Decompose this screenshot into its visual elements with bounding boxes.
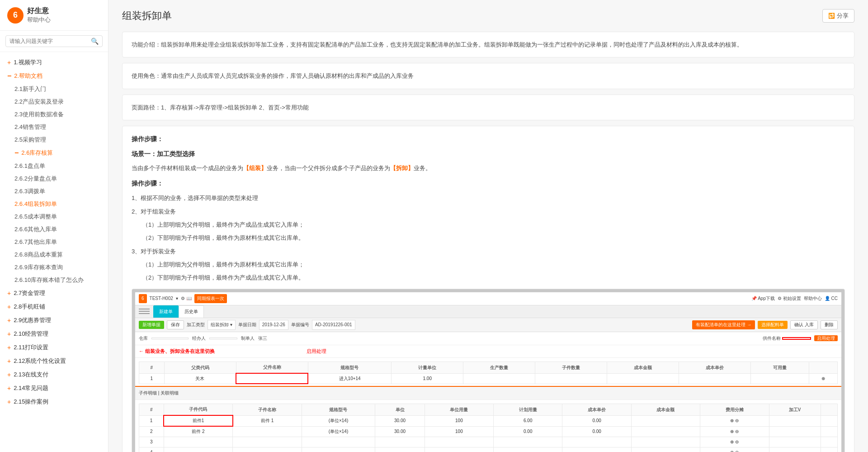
mock-btn-confirm[interactable]: 确认 入库 xyxy=(790,320,818,329)
sidebar-item-inventory[interactable]: − 2.6库存核算 xyxy=(0,146,108,160)
mock-topbar: 6 TEST-H002 ▾ ⚙ 📖 同期报表一次 📌 App下载 ⚙ 初始设置 … xyxy=(135,292,841,305)
sidebar-item-transfer[interactable]: 2.6.3调拨单 xyxy=(0,185,108,198)
step3-2: （2）下部明细为子件明细，最终作为产成品生成其它入库单。 xyxy=(132,272,845,283)
mock-dropdown: ▾ xyxy=(176,295,178,303)
collapse-icon: − xyxy=(7,72,11,80)
sidebar-item-management[interactable]: + 2.10经营管理 xyxy=(0,327,108,341)
sidebar-item-partialcount[interactable]: 2.6.2分量盘点单 xyxy=(0,172,108,185)
mock-icons: ⚙ 📖 xyxy=(181,295,192,303)
mock-date-value[interactable]: 2019-12-26 xyxy=(259,320,288,330)
expand-icon-mobile: + xyxy=(7,303,11,310)
table-row: 1 关木 进入10+14 1.00 xyxy=(139,373,838,384)
expand-icon-faq: + xyxy=(7,385,11,392)
sidebar-item-otherinstock[interactable]: 2.6.6其他入库单 xyxy=(0,223,108,236)
mock-operator[interactable] xyxy=(209,338,237,339)
share-icon: 🔁 xyxy=(828,13,835,19)
table-row: 1 前件1 前件 1 (单位×14) 30.00 100 6.00 0.00 xyxy=(139,415,838,426)
mock-billno-value[interactable]: AD-20191226-001 xyxy=(312,320,355,330)
step1: 1、根据不同的业务，选择不同单据的类型来处理 xyxy=(132,193,845,203)
scene1-title: 场景一：加工类型选择 xyxy=(132,148,845,160)
step3-1: （1）上部明细为父件明细，最终作为原材料生成其它出库单； xyxy=(132,259,845,270)
mock-tab-new[interactable]: 新建单 xyxy=(153,305,179,318)
mock-toolbar-row: 新增单据 保存 加工类型 组装拆卸 ▾ 单据日期 2019-12-26 单据编号… xyxy=(135,318,841,332)
sidebar-item-payment[interactable]: + 2.13在线支付 xyxy=(0,368,108,381)
steps-card: 操作步骤： 场景一：加工类型选择 当由多个子件材料组装成一个成品的业务为【组装】… xyxy=(122,126,854,452)
mock-lower-section: # 子件代码 子件名称 规格型号 单位 单位用量 计划用量 成本单价 成本金额 xyxy=(135,400,841,452)
step2-2: （2）下部明细为子件明细，最终作为原材料生成其它出库单。 xyxy=(132,233,845,243)
sidebar-item-faq[interactable]: + 2.14常见问题 xyxy=(0,381,108,395)
sidebar-item-install[interactable]: 2.2产品安装及登录 xyxy=(0,95,108,108)
expand-icon-coupon: + xyxy=(7,317,11,324)
mock-enable-area: 供件名称 启用处理 xyxy=(763,334,838,343)
sidebar-item-customization[interactable]: + 2.12系统个性化设置 xyxy=(0,354,108,368)
sidebar-item-finance[interactable]: + 2.7资金管理 xyxy=(0,286,108,300)
brand-subtitle: 帮助中心 xyxy=(27,16,51,24)
mock-warehouse[interactable] xyxy=(151,338,189,339)
sidebar-item-assembly[interactable]: 2.6.4组装拆卸单 xyxy=(0,198,108,210)
mock-enable-btn[interactable]: 启用处理 xyxy=(814,335,838,341)
sidebar-item-otheroutstock[interactable]: 2.6.7其他出库单 xyxy=(0,236,108,248)
sidebar-item-stocktake[interactable]: 2.6.1盘点单 xyxy=(0,160,108,172)
mock-date-label: 单据日期 xyxy=(238,321,256,329)
sidebar-item-costreset[interactable]: 2.6.8商品成本重算 xyxy=(0,248,108,261)
mock-type-label: 加工类型 xyxy=(187,321,205,329)
sidebar-item-mobile[interactable]: + 2.8手机旺铺 xyxy=(0,300,108,314)
mock-right-icons: 📌 App下载 ⚙ 初始设置 帮助中心 👤 CC xyxy=(751,295,838,303)
sidebar: 6 好生意 帮助中心 🔍 + 1.视频学习 − 2.帮助文档 2.1新手入门 2… xyxy=(0,0,108,452)
sidebar-item-sales[interactable]: 2.4销售管理 xyxy=(0,121,108,133)
mock-logo: 6 xyxy=(139,294,147,303)
sidebar-item-costadjust[interactable]: 2.6.5成本调整单 xyxy=(0,210,108,223)
mock-sidebar-toggle xyxy=(139,309,150,314)
logo-area: 6 好生意 帮助中心 xyxy=(0,0,108,31)
main-content: 组装拆卸单 🔁 分享 功能介绍：组装拆卸单用来处理企业组装或拆卸等加工业务，支持… xyxy=(108,0,868,452)
mock-lower-section-header: 子件明细 | 关联明细 xyxy=(135,386,841,400)
role-text: 使用角色：通常由生产人员或库管人员完成拆装业务的操作，库管人员确认原材料的出库和… xyxy=(132,71,845,81)
mock-supplier[interactable] xyxy=(782,337,811,340)
steps-sub-title: 操作步骤： xyxy=(132,178,845,189)
sidebar-item-purchase[interactable]: 2.5采购管理 xyxy=(0,133,108,146)
sidebar-item-ledger[interactable]: 2.6.9库存账本查询 xyxy=(0,261,108,274)
mock-tab-bar: 新建单 历史单 xyxy=(135,305,841,318)
sidebar-item-docs[interactable]: − 2.帮助文档 xyxy=(0,69,108,83)
step2: 2、对于组装业务 xyxy=(132,206,845,217)
logo-icon: 6 xyxy=(7,7,24,24)
mock-newadd: 同期报表一次 xyxy=(194,294,227,303)
mock-btn-addnew[interactable]: 新增单据 xyxy=(139,321,164,329)
mock-btn-save[interactable]: 保存 xyxy=(167,320,184,329)
sidebar-item-case[interactable]: + 2.15操作案例 xyxy=(0,395,108,409)
expand-icon-custom: + xyxy=(7,357,11,365)
expand-icon-case: + xyxy=(7,398,11,405)
expand-icon-finance: + xyxy=(7,290,11,297)
search-area: 🔍 xyxy=(0,31,108,52)
sidebar-item-ledgererror[interactable]: 2.6.10库存账本错了怎么办 xyxy=(0,274,108,286)
collapse-icon-inventory: − xyxy=(14,149,19,157)
mock-type-value[interactable]: 组装拆卸 ▾ xyxy=(208,320,236,330)
mock-btn-select-bom[interactable]: 选择配料单 xyxy=(758,321,788,329)
search-icon[interactable]: 🔍 xyxy=(91,38,99,45)
mock-btn-delete[interactable]: 删除 xyxy=(821,320,838,329)
intro-card: 功能介绍：组装拆卸单用来处理企业组装或拆卸等加工业务，支持有固定装配清单的产品加… xyxy=(122,32,854,57)
search-input[interactable] xyxy=(9,38,91,44)
mock-annotation-banner: ← 组装业务、拆卸业务在这里切换 启用处理 xyxy=(135,345,841,358)
mock-upper-table: # 父类代码 父件名称 规格型号 计量单位 生产数量 子件数量 成本金额 成本单… xyxy=(139,362,838,384)
table-row: 3⊕ ⊖ xyxy=(139,437,838,447)
step2-1: （1）上部明细为父件明细，最终作为产成品生成其它入库单； xyxy=(132,219,845,230)
mock-tab-history[interactable]: 历史单 xyxy=(179,305,204,318)
sidebar-item-print[interactable]: + 2.11打印设置 xyxy=(0,341,108,354)
path-text: 页面路径：1、库存核算->库存管理->组装拆卸单 2、首页->常用功能 xyxy=(132,102,845,113)
sidebar-item-newbie[interactable]: 2.1新手入门 xyxy=(0,83,108,95)
search-box[interactable]: 🔍 xyxy=(5,35,103,47)
mock-cell-highlight xyxy=(236,373,308,384)
expand-icon-management: + xyxy=(7,330,11,338)
sidebar-item-coupon[interactable]: + 2.9优惠券管理 xyxy=(0,314,108,327)
mock-upper-section: # 父类代码 父件名称 规格型号 计量单位 生产数量 子件数量 成本金额 成本单… xyxy=(135,358,841,386)
expand-icon-payment: + xyxy=(7,371,11,378)
role-card: 使用角色：通常由生产人员或库管人员完成拆装业务的操作，库管人员确认原材料的出库和… xyxy=(122,63,854,89)
expand-icon: + xyxy=(7,59,11,66)
scene1-desc: 当由多个子件材料组装成一个成品的业务为【组装】业务，当由一个父件拆分成多个子产品… xyxy=(132,163,845,173)
sidebar-item-video[interactable]: + 1.视频学习 xyxy=(0,56,108,69)
sidebar-item-dataprep[interactable]: 2.3使用前数据准备 xyxy=(0,108,108,121)
share-button[interactable]: 🔁 分享 xyxy=(822,9,854,23)
table-row: 4⊕ ⊖ xyxy=(139,447,838,452)
screenshot-container: 6 TEST-H002 ▾ ⚙ 📖 同期报表一次 📌 App下载 ⚙ 初始设置 … xyxy=(132,289,845,452)
